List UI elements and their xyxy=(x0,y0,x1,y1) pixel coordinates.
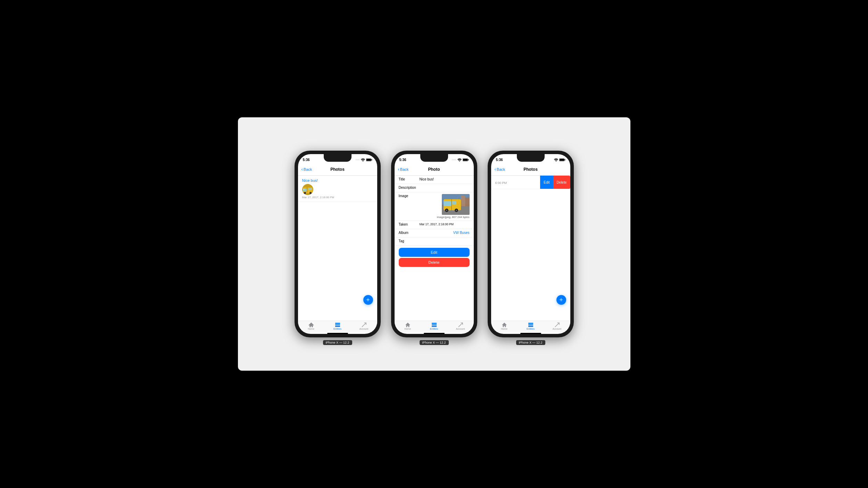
phone2-album-value[interactable]: VW Buses xyxy=(420,231,470,235)
phone1-back-label[interactable]: Back xyxy=(304,167,312,171)
phone3-account-icon xyxy=(555,322,560,327)
svg-point-7 xyxy=(309,192,312,194)
phone2-back-label[interactable]: Back xyxy=(400,167,408,171)
phone2-taken-value: Mar 17, 2017, 2:16:00 PM xyxy=(420,222,470,226)
phone3-home-indicator xyxy=(520,333,541,334)
phone3-tab-entities[interactable]: Entities xyxy=(518,322,544,330)
svg-rect-15 xyxy=(335,326,340,327)
svg-rect-2 xyxy=(371,159,372,160)
phone1-tab-home[interactable]: Home xyxy=(298,322,324,330)
svg-rect-41 xyxy=(560,159,564,161)
phone2-screen: 5:36 ···· xyxy=(395,154,474,334)
phone2-tab-entities[interactable]: Entities xyxy=(421,322,447,330)
phone2-photo-meta: image/jpeg, 807 244 bytes xyxy=(437,216,470,219)
phone2-taken-label: Taken xyxy=(399,222,420,226)
phone3-back-btn[interactable]: ‹ Back xyxy=(495,167,505,172)
phone3-tab-account-label: Account xyxy=(553,328,561,330)
phone2-back-btn[interactable]: ‹ Back xyxy=(398,167,409,172)
phone2-tab-entities-label: Entities xyxy=(430,328,438,330)
phone2-delete-btn[interactable]: Delete xyxy=(399,258,470,267)
phone2-entities-icon xyxy=(431,322,437,327)
phone3-tab-entities-label: Entities xyxy=(527,328,535,330)
phone1-tab-entities-label: Entities xyxy=(333,328,341,330)
phone3-tab-home[interactable]: Home xyxy=(491,322,518,330)
phone2-image-container: image/jpeg, 807 244 bytes xyxy=(420,194,470,219)
phone1-account-icon xyxy=(362,322,366,327)
phone2-nav-bar: ‹ Back Photo xyxy=(395,163,474,176)
phone3: 5:36 xyxy=(488,151,574,337)
svg-rect-13 xyxy=(335,323,340,324)
phone3-tab-account[interactable]: Account xyxy=(544,322,570,330)
phone3-status-icons xyxy=(554,158,565,161)
phone1-back-chevron: ‹ xyxy=(301,167,303,172)
phone3-fab[interactable]: + xyxy=(556,295,566,305)
phone1-battery-icon xyxy=(366,158,372,161)
phone3-nav-title: Photos xyxy=(523,167,538,172)
phone2-bus-photo-svg xyxy=(442,194,470,215)
phone1-item-title[interactable]: Nice bus! xyxy=(302,178,373,183)
svg-rect-3 xyxy=(366,159,371,161)
phone2-album-label: Album xyxy=(399,231,420,235)
svg-point-17 xyxy=(459,161,460,161)
svg-rect-20 xyxy=(463,159,468,161)
phone3-home-icon xyxy=(502,322,507,327)
svg-rect-8 xyxy=(308,188,312,190)
phone1-list-item[interactable]: Nice bus! xyxy=(298,176,377,202)
phone2-time: 5:36 xyxy=(399,158,406,162)
phone3-swipe-delete-btn[interactable]: Delete xyxy=(553,176,570,189)
phone2-back-chevron: ‹ xyxy=(398,167,399,172)
phone2-edit-btn[interactable]: Edit xyxy=(399,248,470,257)
phone3-back-chevron: ‹ xyxy=(495,167,496,172)
svg-point-29 xyxy=(456,210,457,211)
svg-rect-25 xyxy=(452,201,456,204)
phone2-tag-label: Tag xyxy=(399,239,420,243)
phone2-photo-preview xyxy=(442,194,470,215)
phone3-swipe-edit-btn[interactable]: Edit xyxy=(540,176,553,189)
phone3-device-label: iPhone X — 12.2 xyxy=(516,340,545,345)
svg-point-38 xyxy=(555,161,556,161)
phone2-dots: ···· xyxy=(452,159,456,161)
phone2-status-icons: ···· xyxy=(452,158,469,161)
phone2-taken-row: Taken Mar 17, 2017, 2:16:00 PM xyxy=(395,221,474,229)
phone2-album-row: Album VW Buses xyxy=(395,229,474,237)
phone2-tag-row: Tag xyxy=(395,237,474,246)
phone3-back-label[interactable]: Back xyxy=(497,167,505,171)
phone2-desc-label: Description xyxy=(399,186,420,190)
phone1-content: Nice bus! xyxy=(298,176,377,321)
phone2-nav-title: Photo xyxy=(428,167,440,172)
svg-rect-36 xyxy=(432,326,437,327)
svg-marker-33 xyxy=(405,323,410,327)
svg-rect-43 xyxy=(528,323,533,324)
phone3-wifi-icon xyxy=(554,158,558,161)
phone1-home-icon xyxy=(308,322,314,327)
svg-point-27 xyxy=(446,210,447,211)
phone1-tab-account[interactable]: Account xyxy=(351,322,377,330)
phone1-tab-entities[interactable]: Entities xyxy=(324,322,351,330)
phone2-tab-home[interactable]: Home xyxy=(395,322,421,330)
phone2-desc-row: Description xyxy=(395,184,474,192)
svg-line-16 xyxy=(362,323,366,327)
phone2-title-row: Title Nice bus! xyxy=(395,176,474,184)
svg-rect-44 xyxy=(528,325,533,326)
phone3-content: 6:00 PM Edit Delete + xyxy=(491,176,570,321)
phone1-fab[interactable]: + xyxy=(363,295,373,305)
phone1-back-btn[interactable]: ‹ Back xyxy=(301,167,312,172)
phone1-nav-bar: ‹ Back Photos xyxy=(298,163,377,176)
phone3-time: 5:36 xyxy=(496,158,503,162)
svg-line-46 xyxy=(555,323,559,327)
phone2-tab-account[interactable]: Account xyxy=(447,322,474,330)
svg-rect-32 xyxy=(465,197,470,206)
phone2: 5:36 ···· xyxy=(391,151,477,337)
phone1-screen: 5:36 ···· xyxy=(298,154,377,334)
svg-rect-34 xyxy=(432,323,437,324)
phone2-tab-home-label: Home xyxy=(404,328,411,330)
svg-line-37 xyxy=(458,323,463,327)
phone2-notch xyxy=(420,154,448,162)
svg-rect-19 xyxy=(468,159,469,160)
phone3-screen: 5:36 xyxy=(491,154,570,334)
phone2-image-row: Image xyxy=(395,192,474,221)
svg-rect-35 xyxy=(432,325,437,326)
phone3-swipe-row[interactable]: 6:00 PM Edit Delete xyxy=(491,176,570,189)
phone1-tab-account-label: Account xyxy=(359,328,368,330)
main-container: 5:36 ···· xyxy=(238,117,630,371)
